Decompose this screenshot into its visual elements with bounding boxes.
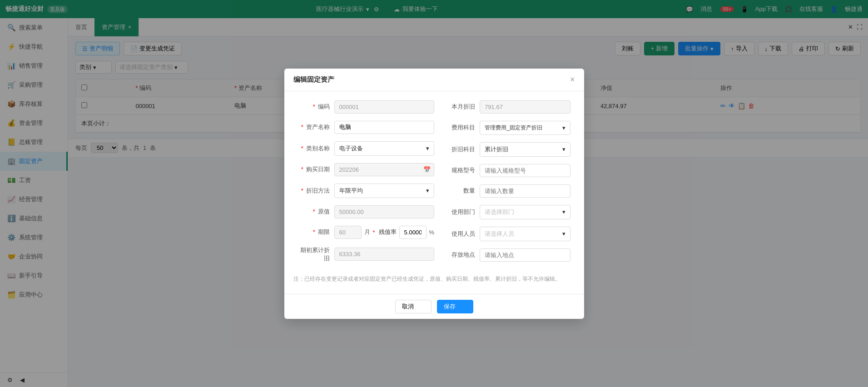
modal-note: 注：已经存在变更记录或者对应固定资产已经生成凭证，原值、购买日期、残值率、累计折… <box>293 275 575 283</box>
edit-asset-modal: 编辑固定资产 × * 编码 <box>284 69 584 319</box>
form-row-initial-dep: 期初累计折旧 <box>293 246 439 263</box>
save-button[interactable]: 保存 <box>437 300 473 313</box>
form-row-dep-account: 折旧科目 累计折旧 ▾ <box>439 142 575 157</box>
form-right-col: 本月折旧 费用科目 管理费用_固定资产折旧 ▾ <box>439 100 575 270</box>
form-row-monthly-dep: 本月折旧 <box>439 100 575 114</box>
original-value-label: * 原值 <box>298 208 334 216</box>
chevron-down-icon: ▾ <box>562 230 565 237</box>
person-label: 使用人员 <box>443 230 480 238</box>
monthly-dep-label: 本月折旧 <box>443 103 480 111</box>
expense-account-label: 费用科目 <box>443 124 480 132</box>
location-label: 存放地点 <box>443 251 480 259</box>
code-input[interactable] <box>334 100 435 114</box>
period-unit-label: 月 <box>364 228 370 236</box>
form-row-person: 使用人员 请选择人员 ▾ <box>439 227 575 241</box>
chevron-down-icon: ▾ <box>426 145 429 152</box>
modal-footer: 取消 保存 <box>284 294 584 319</box>
chevron-down-icon: ▾ <box>426 187 429 194</box>
asset-name-label: * 资产名称 <box>298 123 334 131</box>
form-row-name: * 资产名称 <box>293 121 439 134</box>
chevron-down-icon: ▾ <box>562 208 565 215</box>
residual-rate-unit: % <box>429 229 435 236</box>
asset-name-input[interactable] <box>334 121 435 134</box>
form-row-dept: 使用部门 请选择部门 ▾ <box>439 205 575 219</box>
residual-rate-input[interactable] <box>399 226 427 239</box>
category-select[interactable]: 电子设备 ▾ <box>334 141 435 156</box>
form-row-spec: 规格型号 <box>439 164 575 177</box>
dep-account-select[interactable]: 累计折旧 ▾ <box>480 142 570 157</box>
monthly-dep-input[interactable] <box>480 100 570 114</box>
spec-label: 规格型号 <box>443 166 480 174</box>
form-grid: * 编码 * 资产名称 <box>293 100 575 270</box>
person-select[interactable]: 请选择人员 ▾ <box>480 227 570 241</box>
period-label: * 期限 <box>298 228 334 236</box>
spec-input[interactable] <box>480 164 570 177</box>
dep-method-select[interactable]: 年限平均 ▾ <box>334 184 435 198</box>
form-left-col: * 编码 * 资产名称 <box>293 100 439 270</box>
form-row-dep-method: * 折旧方法 年限平均 ▾ <box>293 184 439 198</box>
chevron-down-icon: ▾ <box>562 124 565 131</box>
initial-dep-label: 期初累计折旧 <box>298 246 334 263</box>
cancel-button[interactable]: 取消 <box>395 300 432 313</box>
dep-method-label: * 折旧方法 <box>298 187 334 195</box>
initial-dep-input[interactable] <box>334 248 435 261</box>
dept-select[interactable]: 请选择部门 ▾ <box>480 205 570 219</box>
form-row-quantity: 数量 <box>439 184 575 198</box>
location-input[interactable] <box>480 248 570 262</box>
modal-body: * 编码 * 资产名称 <box>284 91 584 294</box>
form-row-category: * 类别名称 电子设备 ▾ <box>293 141 439 156</box>
residual-rate-label: 残值率 <box>379 228 397 236</box>
modal-overlay: 编辑固定资产 × * 编码 <box>0 0 868 387</box>
dep-account-label: 折旧科目 <box>443 145 480 154</box>
modal-header: 编辑固定资产 × <box>284 69 584 91</box>
quantity-input[interactable] <box>480 184 570 198</box>
form-row-period: * 期限 月 * 残值率 % <box>293 226 439 239</box>
form-row-purchase-date: * 购买日期 📅 <box>293 163 439 176</box>
code-label: * 编码 <box>298 103 334 111</box>
purchase-date-input[interactable] <box>334 163 435 176</box>
quantity-label: 数量 <box>443 187 480 195</box>
calendar-icon[interactable]: 📅 <box>423 166 431 173</box>
expense-account-select[interactable]: 管理费用_固定资产折旧 ▾ <box>480 121 570 135</box>
form-row-code: * 编码 <box>293 100 439 114</box>
dept-label: 使用部门 <box>443 208 480 216</box>
category-name-label: * 类别名称 <box>298 144 334 153</box>
modal-close-button[interactable]: × <box>570 75 575 84</box>
form-row-location: 存放地点 <box>439 248 575 262</box>
purchase-date-label: * 购买日期 <box>298 165 334 174</box>
chevron-down-icon: ▾ <box>562 146 565 153</box>
form-row-expense-account: 费用科目 管理费用_固定资产折旧 ▾ <box>439 121 575 135</box>
period-input[interactable] <box>334 226 362 239</box>
original-value-input[interactable] <box>334 205 435 218</box>
modal-title: 编辑固定资产 <box>293 75 334 84</box>
form-row-original-value: * 原值 <box>293 205 439 218</box>
